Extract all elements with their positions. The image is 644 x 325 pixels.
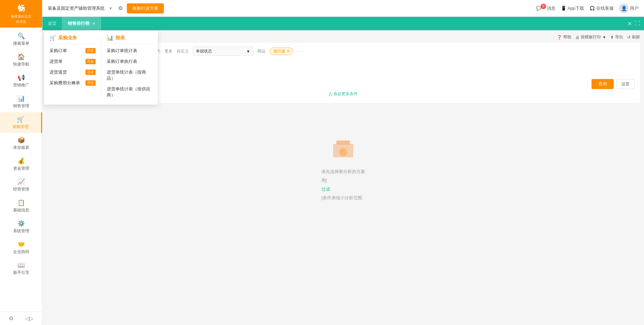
sidebar-item-finance[interactable]: 💰 资金管理 — [0, 154, 42, 175]
user-avatar: 👤 — [619, 4, 629, 13]
sidebar-footer: ⚙ ◁▷ — [0, 312, 42, 325]
refresh-label: 刷新 — [632, 34, 640, 40]
logo-subtitle: 畅捷通好生意 — [11, 14, 31, 19]
sidebar-item-purchase[interactable]: 🛒 采购管理 — [0, 112, 42, 133]
logo: 畅 畅捷通好生意 标准版 — [0, 0, 42, 28]
finance-icon: 💰 — [17, 157, 25, 165]
print-btn[interactable]: 🖨 按模板打印 ▼ — [575, 34, 606, 40]
dropdown-item-return[interactable]: 进货退货 历史 — [49, 67, 96, 78]
dropdown-item-po-exec[interactable]: 采购订单执行表 — [107, 56, 153, 67]
query-button[interactable]: 查询 — [592, 79, 614, 89]
sidebar-item-nav[interactable]: 🏠 快捷导航 — [0, 50, 42, 71]
sidebar-label-search: 搜索菜单 — [13, 41, 29, 46]
setting-button[interactable]: 设置 — [616, 79, 635, 89]
sidebar: 畅 畅捷通好生意 标准版 🔍 搜索菜单 🏠 快捷导航 📢 营销推广 📊 销售管理… — [0, 0, 42, 325]
online-service-btn[interactable]: 🎧 在线客服 — [589, 5, 614, 11]
bill-status-arrow: ▼ — [246, 49, 250, 54]
logo-version: 标准版 — [16, 19, 26, 24]
tab-sales-rank[interactable]: 销售排行榜 ✕ — [62, 17, 101, 30]
sidebar-item-system[interactable]: ⚙️ 系统管理 — [0, 216, 42, 237]
sidebar-label-nav: 快捷导航 — [13, 62, 29, 67]
goods-tag-close[interactable]: ✕ — [287, 49, 290, 53]
sidebar-item-sales[interactable]: 📊 销售管理 — [0, 91, 42, 112]
help-btn[interactable]: ❓ 帮助 — [557, 34, 571, 40]
sidebar-item-operation[interactable]: 📈 经营管理 — [0, 175, 42, 196]
user-label: 用户 — [630, 5, 639, 11]
help-icon: ❓ — [557, 35, 562, 40]
sidebar-item-basic[interactable]: 📋 基础信息 — [0, 196, 42, 216]
tab-close-all-icon[interactable]: ✕ — [628, 21, 632, 27]
dropdown-item-po-stat[interactable]: 采购订单统计表 — [107, 45, 153, 56]
topbar-arrow-icon[interactable]: ▼ — [109, 6, 113, 11]
topbar-gear-icon[interactable]: ⚙ — [118, 5, 123, 11]
headset-icon: 🎧 — [589, 6, 595, 11]
svg-rect-1 — [336, 140, 350, 145]
online-service-label: 在线客服 — [596, 5, 614, 11]
tabbar-controls: ✕ ⛶ — [628, 21, 644, 27]
marketing-icon: 📢 — [17, 74, 25, 81]
collapse-sidebar-btn[interactable]: ◁▷ — [25, 315, 33, 322]
sidebar-menu: 🔍 搜索菜单 🏠 快捷导航 📢 营销推广 📊 销售管理 🛒 采购管理 📦 库存核… — [0, 28, 42, 312]
logo-icon: 畅 — [17, 3, 25, 13]
app-download-btn[interactable]: 📱 App下载 — [561, 5, 584, 11]
app-download-label: App下载 — [568, 5, 584, 11]
settings-footer-btn[interactable]: ⚙ — [9, 315, 13, 322]
tab-close-icon[interactable]: ✕ — [92, 22, 95, 26]
dropdown-item-po[interactable]: 采购订单 历史 — [49, 45, 96, 56]
sidebar-item-guide[interactable]: 📖 新手引导 — [0, 258, 42, 279]
refresh-btn[interactable]: ↺ 刷新 — [627, 34, 640, 40]
tabbar: 首页 销售排行榜 ✕ ✕ ⛶ — [42, 17, 644, 30]
sidebar-label-system: 系统管理 — [13, 228, 29, 234]
dropdown-item-receipt[interactable]: 进货单 历史 — [49, 56, 96, 67]
dropdown-col-purchase: 🛒 采购业务 采购订单 历史 进货单 历史 进货退货 历史 采购费用分摊单 历史 — [44, 35, 101, 100]
sidebar-item-search[interactable]: 🔍 搜索菜单 — [0, 29, 42, 50]
sidebar-label-guide: 新手引导 — [13, 270, 29, 276]
cooperation-icon: 🤝 — [17, 241, 25, 248]
dropdown-item-receipt-label: 进货单 — [49, 58, 63, 65]
expense-history-badge: 历史 — [85, 80, 96, 86]
system-icon: ⚙️ — [17, 220, 25, 227]
date-shortcut-more[interactable]: 更多 — [165, 48, 173, 54]
report-col-label: 报表 — [115, 35, 125, 41]
sidebar-item-marketing[interactable]: 📢 营销推广 — [0, 71, 42, 91]
report-col-title: 📊 报表 — [107, 35, 153, 44]
message-btn[interactable]: 💬 9 消息 — [536, 5, 556, 11]
dropdown-item-po-label: 采购订单 — [49, 48, 67, 54]
sidebar-label-finance: 资金管理 — [13, 166, 29, 171]
empty-state: ? 请先选择要分析的方案 用[过滤]条件来缩小分析范围 — [46, 107, 640, 229]
tab-home[interactable]: 首页 — [42, 17, 62, 30]
collapse-label: 收起更多条件 — [333, 91, 358, 97]
home-icon: 🏠 — [17, 53, 25, 60]
sidebar-item-inventory[interactable]: 📦 库存核算 — [0, 133, 42, 154]
empty-line1: 请先选择要分析的方案 — [321, 167, 365, 176]
message-label: 消息 — [547, 5, 556, 11]
svg-text:?: ? — [341, 149, 344, 155]
tab-expand-icon[interactable]: ⛶ — [635, 21, 640, 27]
user-btn[interactable]: 👤 用户 — [619, 4, 639, 13]
export-label: 导出 — [615, 34, 623, 40]
goods-label: 商品 — [257, 48, 265, 54]
industry-btn[interactable]: 体验行业方案 — [127, 3, 164, 13]
sidebar-item-cooperation[interactable]: 🤝 企业协同 — [0, 237, 42, 258]
message-badge: 9 — [541, 4, 546, 9]
date-shortcut-custom[interactable]: 自定义 — [177, 48, 189, 54]
tab-home-label: 首页 — [48, 21, 57, 27]
goods-more-dots[interactable]: ··· — [297, 48, 304, 54]
dropdown-item-receipt-supplier[interactable]: 进货单统计表（按供应商） — [107, 84, 153, 100]
dropdown-item-expense[interactable]: 采购费用分摊单 历史 — [49, 78, 96, 88]
return-history-badge: 历史 — [85, 70, 96, 75]
purchase-col-label: 采购业务 — [58, 35, 77, 41]
dropdown-item-receipt-stat[interactable]: 进货单统计表（按商品） — [107, 67, 153, 84]
sidebar-label-marketing: 营销推广 — [13, 82, 29, 88]
dropdown-item-receipt-stat-label: 进货单统计表（按商品） — [107, 69, 153, 81]
search-icon: 🔍 — [17, 32, 25, 40]
collapse-icon: ⋀ — [329, 92, 332, 96]
export-btn[interactable]: ⬆ 导出 — [610, 34, 623, 40]
sidebar-label-cooperation: 企业协同 — [13, 249, 29, 255]
report-col-icon: 📊 — [107, 35, 113, 41]
export-icon: ⬆ — [610, 35, 614, 40]
bill-status-select[interactable]: 单据状态 ▼ — [193, 47, 253, 56]
dropdown-col-report: 📊 报表 采购订单统计表 采购订单执行表 进货单统计表（按商品） 进货单统计表（… — [101, 35, 158, 100]
goods-tag: 设计桌 ✕ — [270, 47, 293, 55]
sales-icon: 📊 — [17, 95, 25, 102]
